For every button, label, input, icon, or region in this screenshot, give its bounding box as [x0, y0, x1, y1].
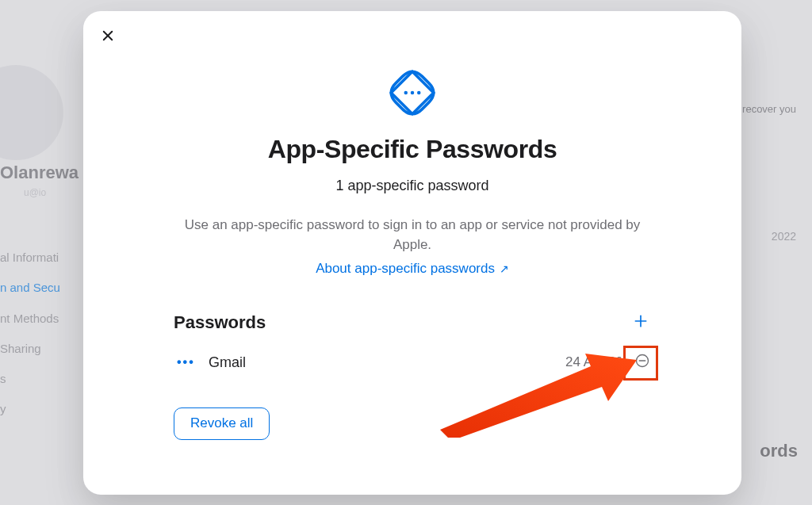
passwords-section: Passwords ••• Gmail 24 Apr 2024 [174, 312, 651, 440]
close-button[interactable] [101, 29, 120, 48]
passwords-section-title: Passwords [174, 312, 266, 333]
modal-description: Use an app-specific password to sign in … [185, 217, 641, 252]
app-specific-passwords-modal: App-Specific Passwords 1 app-specific pa… [83, 11, 741, 495]
modal-title: App-Specific Passwords [83, 135, 741, 164]
minus-circle-icon [634, 353, 650, 372]
password-icon: ••• [177, 355, 197, 369]
svg-point-2 [404, 91, 408, 95]
external-link-icon: ↗ [496, 262, 509, 275]
password-name: Gmail [209, 354, 246, 371]
passwords-header: Passwords [174, 312, 651, 344]
app-passwords-hero-icon [386, 67, 439, 119]
password-row[interactable]: ••• Gmail 24 Apr 2024 [174, 344, 651, 381]
svg-point-3 [411, 91, 415, 95]
svg-point-4 [417, 91, 421, 95]
plus-icon [633, 313, 649, 332]
learn-more-link[interactable]: About app-specific passwords ↗ [174, 259, 650, 279]
revoke-all-button[interactable]: Revoke all [174, 407, 270, 440]
remove-password-button[interactable] [634, 354, 651, 371]
password-date: 24 Apr 2024 [565, 354, 621, 370]
learn-more-text: About app-specific passwords [316, 261, 495, 276]
modal-description-block: Use an app-specific password to sign in … [174, 216, 650, 279]
modal-subtitle: 1 app-specific password [83, 178, 741, 194]
close-icon [101, 29, 120, 43]
add-password-button[interactable] [630, 312, 651, 333]
